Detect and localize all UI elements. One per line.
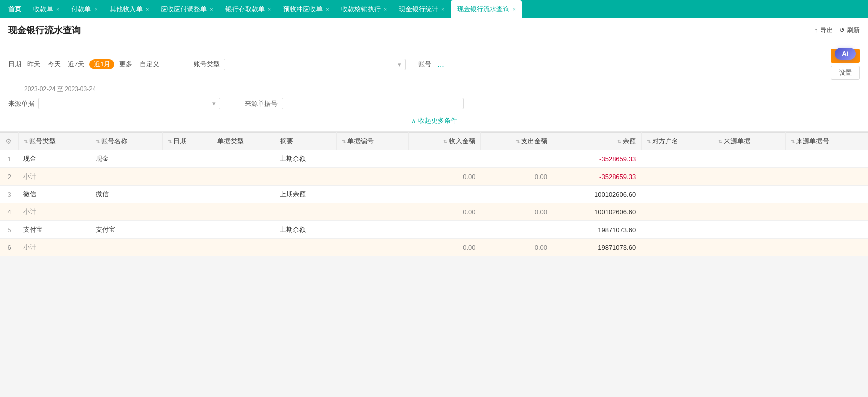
account-more-btn[interactable]: ... bbox=[435, 60, 446, 69]
row-num: 6 bbox=[0, 239, 18, 256]
account-filter-group: 账号 ... bbox=[418, 60, 446, 69]
nav-item-收款核销执行[interactable]: 收款核销执行 × bbox=[335, 0, 393, 18]
nav-item-银行存取款单[interactable]: 银行存取款单 × bbox=[219, 0, 277, 18]
table-header-row: ⚙ ⇅ 账号类型 ⇅ 账号名称 ⇅ 日期 单据类型 摘要 ⇅ 单据编号 ⇅ 收入… bbox=[0, 133, 868, 150]
row-date bbox=[162, 221, 212, 239]
collapse-bar[interactable]: ∧ 收起更多条件 bbox=[8, 114, 860, 125]
date-1month-btn[interactable]: 近1月 bbox=[89, 59, 114, 69]
row-balance: -3528659.33 bbox=[553, 150, 641, 168]
chevron-down-icon-2: ▾ bbox=[212, 100, 216, 107]
data-table: ⚙ ⇅ 账号类型 ⇅ 账号名称 ⇅ 日期 单据类型 摘要 ⇅ 单据编号 ⇅ 收入… bbox=[0, 132, 868, 256]
th-income[interactable]: ⇅ 收入金额 bbox=[408, 133, 481, 150]
row-doc-no bbox=[337, 239, 409, 256]
nav-home[interactable]: 首页 bbox=[2, 0, 27, 18]
date-filter-group: 日期 昨天 今天 近7天 近1月 更多 自定义 bbox=[8, 59, 161, 69]
close-icon[interactable]: × bbox=[268, 6, 271, 12]
th-source-doc-no[interactable]: ⇅ 来源单据号 bbox=[785, 133, 868, 150]
settings-button[interactable]: 设置 bbox=[831, 66, 860, 80]
th-gear[interactable]: ⚙ bbox=[0, 133, 18, 150]
table-area: ⚙ ⇅ 账号类型 ⇅ 账号名称 ⇅ 日期 单据类型 摘要 ⇅ 单据编号 ⇅ 收入… bbox=[0, 132, 868, 256]
table-row: 2 小计 0.00 0.00 -3528659.33 bbox=[0, 168, 868, 186]
row-doc-type bbox=[212, 150, 275, 168]
nav-item-付款单[interactable]: 付款单 × bbox=[65, 0, 103, 18]
row-expense: 0.00 bbox=[481, 203, 553, 221]
date-custom-btn[interactable]: 自定义 bbox=[138, 59, 161, 69]
close-icon[interactable]: × bbox=[146, 6, 149, 12]
row-account-type: 支付宝 bbox=[18, 221, 90, 239]
gear-icon: ⚙ bbox=[5, 137, 12, 145]
date-yesterday-btn[interactable]: 昨天 bbox=[25, 59, 42, 69]
close-icon[interactable]: × bbox=[210, 6, 213, 12]
row-date bbox=[162, 203, 212, 221]
close-icon[interactable]: × bbox=[326, 6, 329, 12]
nav-item-其他收入单[interactable]: 其他收入单 × bbox=[104, 0, 155, 18]
account-type-select[interactable]: ▾ bbox=[224, 59, 406, 70]
close-icon[interactable]: × bbox=[384, 6, 387, 12]
filter-area: 日期 昨天 今天 近7天 近1月 更多 自定义 账号类型 ▾ 账号 ... bbox=[0, 42, 868, 132]
sort-icon: ⇅ bbox=[516, 139, 520, 144]
nav-item-收款单[interactable]: 收款单 × bbox=[27, 0, 65, 18]
row-balance: 19871073.60 bbox=[553, 221, 641, 239]
th-doc-no[interactable]: ⇅ 单据编号 bbox=[337, 133, 409, 150]
source-doc-filter-group: 来源单据 ▾ bbox=[8, 98, 220, 109]
th-account-name[interactable]: ⇅ 账号名称 bbox=[90, 133, 163, 150]
row-source-doc bbox=[713, 168, 786, 186]
row-num: 5 bbox=[0, 221, 18, 239]
date-7days-btn[interactable]: 近7天 bbox=[66, 59, 86, 69]
page-header: 现金银行流水查询 ↑ 导出 ↺ 刷新 bbox=[0, 18, 868, 42]
row-source-doc bbox=[713, 203, 786, 221]
date-label: 日期 bbox=[8, 60, 21, 69]
th-summary[interactable]: 摘要 bbox=[275, 133, 336, 150]
close-icon[interactable]: × bbox=[56, 6, 59, 12]
row-source-doc bbox=[713, 150, 786, 168]
source-doc-no-input[interactable] bbox=[282, 98, 464, 109]
row-account-name: 微信 bbox=[90, 186, 163, 203]
chevron-down-icon: ▾ bbox=[398, 61, 401, 68]
account-type-label: 账号类型 bbox=[194, 60, 220, 69]
close-icon[interactable]: × bbox=[513, 6, 516, 12]
date-range-display: 2023-02-24 至 2023-03-24 bbox=[24, 85, 860, 94]
row-date bbox=[162, 186, 212, 203]
date-range-text: 2023-02-24 至 2023-03-24 bbox=[24, 85, 96, 93]
date-today-btn[interactable]: 今天 bbox=[45, 59, 63, 69]
row-account-name bbox=[90, 203, 163, 221]
th-source-doc[interactable]: ⇅ 来源单据 bbox=[713, 133, 786, 150]
page-title: 现金银行流水查询 bbox=[8, 24, 81, 36]
nav-item-预收冲应收单[interactable]: 预收冲应收单 × bbox=[277, 0, 335, 18]
row-source-doc-no bbox=[785, 203, 868, 221]
row-counterpart bbox=[641, 203, 713, 221]
collapse-label: 收起更多条件 bbox=[418, 116, 458, 125]
th-balance[interactable]: ⇅ 余额 bbox=[553, 133, 641, 150]
account-label: 账号 bbox=[418, 60, 431, 69]
th-counterpart[interactable]: ⇅ 对方户名 bbox=[641, 133, 713, 150]
row-doc-type bbox=[212, 203, 275, 221]
th-date[interactable]: ⇅ 日期 bbox=[162, 133, 212, 150]
filter-row-1: 日期 昨天 今天 近7天 近1月 更多 自定义 账号类型 ▾ 账号 ... bbox=[8, 49, 860, 80]
table-row: 1 现金 现金 上期余额 -3528659.33 bbox=[0, 150, 868, 168]
ai-button[interactable]: Ai bbox=[835, 48, 856, 60]
row-num: 2 bbox=[0, 168, 18, 186]
nav-item-应收应付调整单[interactable]: 应收应付调整单 × bbox=[155, 0, 219, 18]
date-more-btn[interactable]: 更多 bbox=[117, 59, 134, 69]
source-doc-label: 来源单据 bbox=[8, 99, 34, 108]
export-button[interactable]: ↑ 导出 bbox=[815, 26, 834, 35]
row-doc-no bbox=[337, 203, 409, 221]
sort-icon: ⇅ bbox=[647, 139, 651, 144]
th-expense[interactable]: ⇅ 支出金额 bbox=[481, 133, 553, 150]
nav-item-现金银行流水查询[interactable]: 现金银行流水查询 × bbox=[451, 0, 522, 18]
row-source-doc bbox=[713, 221, 786, 239]
refresh-button[interactable]: ↺ 刷新 bbox=[839, 26, 860, 35]
close-icon[interactable]: × bbox=[94, 6, 97, 12]
row-date bbox=[162, 150, 212, 168]
row-income bbox=[408, 150, 481, 168]
close-icon[interactable]: × bbox=[441, 6, 444, 12]
row-doc-type bbox=[212, 186, 275, 203]
row-balance: 100102606.60 bbox=[553, 186, 641, 203]
th-doc-type[interactable]: 单据类型 bbox=[212, 133, 275, 150]
sort-icon: ⇅ bbox=[96, 139, 100, 144]
nav-item-现金银行统计[interactable]: 现金银行统计 × bbox=[393, 0, 450, 18]
row-balance: -3528659.33 bbox=[553, 168, 641, 186]
row-date bbox=[162, 168, 212, 186]
source-doc-select[interactable]: ▾ bbox=[38, 98, 220, 109]
th-account-type[interactable]: ⇅ 账号类型 bbox=[18, 133, 90, 150]
